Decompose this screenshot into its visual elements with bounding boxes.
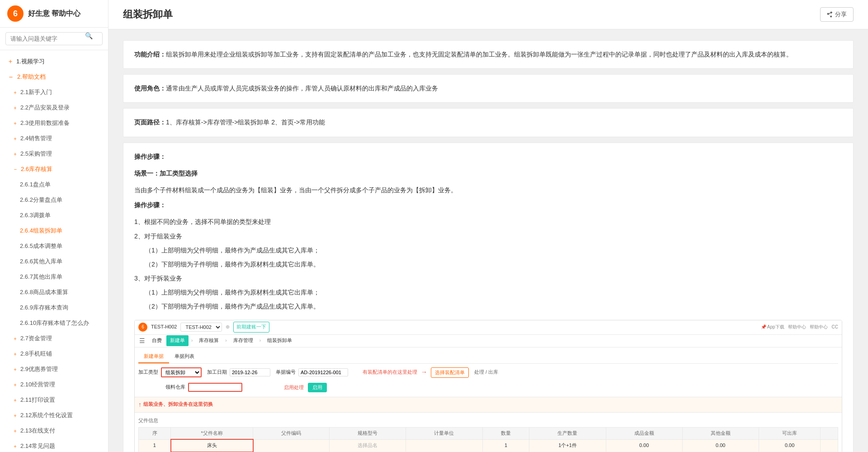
expand-icon: ＋ — [13, 428, 18, 434]
sidebar-header: 6 好生意 帮助中心 — [0, 0, 108, 28]
brand-title: 好生意 帮助中心 — [28, 9, 80, 19]
sidebar-item-docs[interactable]: － 2.帮助文档 — [0, 69, 108, 85]
app-menu-zifei[interactable]: 自费 — [148, 335, 165, 346]
sidebar-item-docs-264[interactable]: 2.6.4组装拆卸单 — [0, 223, 108, 238]
sidebar-item-docs-213[interactable]: ＋ 2.13在线支付 — [0, 423, 108, 438]
col-parent-code: 父件编码 — [253, 427, 330, 439]
app-bill-label: 单据编号 — [276, 368, 296, 377]
sidebar-item-docs-21[interactable]: ＋ 2.1新手入门 — [0, 85, 108, 100]
app-menu-new[interactable]: 新建单 — [166, 335, 189, 346]
annotation3-text: 启用处理 — [284, 385, 304, 390]
sidebar-item-docs-211[interactable]: ＋ 2.11打印设置 — [0, 392, 108, 408]
annotation2-text: 组装业务、拆卸业务在这里切换 — [143, 400, 213, 409]
ops-steps-label: 操作步骤： — [134, 200, 842, 211]
app-menu-inventory[interactable]: 库存核算 — [195, 335, 222, 346]
path-label: 页面路径： — [134, 119, 166, 126]
sidebar-item-docs-25[interactable]: ＋ 2.5采购管理 — [0, 146, 108, 162]
cell-other-amt: 0.00 — [682, 439, 759, 452]
sidebar-item-docs-210[interactable]: ＋ 2.10经营管理 — [0, 377, 108, 392]
col-seq: 序 — [139, 427, 171, 439]
col-prod-qty: 生产数量 — [529, 427, 606, 439]
cell-parent-code — [253, 439, 330, 452]
sidebar-item-docs-212[interactable]: ＋ 2.12系统个性化设置 — [0, 408, 108, 423]
expand-icon: ＋ — [13, 412, 18, 419]
sidebar-item-docs-263[interactable]: 2.6.3调拨单 — [0, 208, 108, 223]
sidebar-item-docs-23[interactable]: ＋ 2.3使用前数据准备 — [0, 115, 108, 131]
sidebar-item-docs-214[interactable]: ＋ 2.14常见问题 — [0, 438, 108, 452]
scene1-desc: 当由多个子件材料组装成一个成品的业务为【组装】业务，当由一个父件拆分成多个子产品… — [134, 185, 842, 196]
app-company: TEST-H002 — [151, 323, 177, 332]
feature-intro-label: 功能介绍： — [134, 51, 166, 58]
sidebar-item-docs-22[interactable]: ＋ 2.2产品安装及登录 — [0, 100, 108, 115]
sidebar-item-docs-265[interactable]: 2.6.5成本调整单 — [0, 238, 108, 254]
annotation1-text: 有装配清单的在这里处理 — [363, 368, 417, 377]
share-button[interactable]: 分享 — [820, 7, 854, 22]
app-field-date: 加工日期 — [207, 368, 270, 377]
app-logo: 6 — [138, 323, 147, 332]
app-icons: 📌 App下载 帮助中心 帮助中心 CC — [761, 323, 838, 331]
app-tab-new[interactable]: 新建单据 — [138, 350, 169, 364]
app-nav-icon[interactable]: ☰ — [137, 335, 147, 347]
app-upper-table-section: 父件信息 序 *父件名称 父件编码 规格型号 计量单位 数量 — [135, 413, 842, 452]
app-bom-section: 有装配清单的在这里处理 → 选择装配清单 处理 / 出库 — [363, 366, 498, 378]
path-text: 1、库存核算->库存管理->组装拆卸单 2、首页->常用功能 — [166, 119, 325, 126]
sidebar-item-docs-28[interactable]: ＋ 2.8手机旺铺 — [0, 346, 108, 362]
ops-label: 操作步骤： — [134, 151, 842, 162]
app-breadcrumb-sep: › — [191, 337, 193, 345]
expand-icon: ＋ — [13, 335, 18, 342]
search-icon[interactable]: 🔍 — [85, 32, 93, 39]
sidebar-item-docs-268[interactable]: 2.6.8商品成本重算 — [0, 285, 108, 300]
app-tab-list[interactable]: 单据列表 — [169, 350, 200, 364]
app-topbar: 6 TEST-H002 TEST-H002 ⊕ 前期建账一下 📌 App下载 帮… — [135, 320, 842, 335]
app-menu-assembly[interactable]: 组装拆卸单 — [264, 335, 296, 346]
annotation2-arrow: ↑ — [138, 399, 142, 410]
app-upper-table: 序 *父件名称 父件编码 规格型号 计量单位 数量 生产数量 成品金额 其他金额 — [138, 427, 838, 452]
app-date-input[interactable] — [230, 368, 270, 376]
app-warehouse-input[interactable] — [188, 383, 242, 392]
cell-spec: 选择品名 — [330, 439, 406, 452]
app-doc-btn[interactable]: 前期建账一下 — [233, 322, 269, 333]
col-unit: 计量单位 — [406, 427, 482, 439]
expand-icon: ＋ — [13, 89, 18, 96]
app-enable-btn[interactable]: 启用 — [308, 383, 327, 392]
expand-icon: ＋ — [13, 135, 18, 142]
cell-prod-qty: 1个+1件 — [529, 439, 606, 452]
sidebar-item-docs-2610[interactable]: 2.6.10库存账本错了怎么办 — [0, 315, 108, 331]
step2: 2、对于组装业务 — [134, 231, 842, 242]
sidebar-item-docs-26[interactable]: － 2.6库存核算 — [0, 162, 108, 177]
sidebar-item-video[interactable]: ＋ 1.视频学习 — [0, 54, 108, 69]
expand-icon: ＋ — [13, 351, 18, 357]
nav-list: ＋ 1.视频学习 － 2.帮助文档 ＋ 2.1新手入门 ＋ 2.2产品安装及登录… — [0, 50, 108, 452]
expand-icon: ＋ — [13, 120, 18, 127]
app-bom-btn[interactable]: 选择装配清单 — [431, 367, 469, 378]
app-icon-row: 📌 App下载 帮助中心 帮助中心 CC — [761, 323, 838, 331]
table-row: 1 床头 选择品名 1 1个+1件 0.00 0.00 0.00 — [139, 439, 838, 452]
col-qty: 数量 — [482, 427, 529, 439]
sidebar-item-docs-24[interactable]: ＋ 2.4销售管理 — [0, 131, 108, 146]
sidebar-item-docs-269[interactable]: 2.6.9库存账本查询 — [0, 300, 108, 315]
sidebar-item-docs-267[interactable]: 2.6.7其他出库单 — [0, 269, 108, 285]
sidebar-item-docs-27[interactable]: ＋ 2.7资金管理 — [0, 331, 108, 346]
sidebar-item-docs-262[interactable]: 2.6.2分量盘点单 — [0, 192, 108, 208]
app-company-dropdown[interactable]: TEST-H002 — [180, 323, 222, 332]
sidebar-item-docs-29[interactable]: ＋ 2.9优惠券管理 — [0, 362, 108, 377]
cell-parent-name[interactable]: 床头 — [171, 439, 253, 452]
sidebar-item-docs-266[interactable]: 2.6.6其他入库单 — [0, 254, 108, 269]
app-breadcrumb-sep3: › — [259, 337, 261, 345]
page-title: 组装拆卸单 — [123, 8, 173, 21]
app-breadcrumb-sep2: › — [225, 337, 226, 345]
cell-unit — [406, 439, 482, 452]
col-parent-name: *父件名称 — [171, 427, 253, 439]
scene1-label: 场景一：加工类型选择 — [134, 168, 842, 179]
app-menu-stock-mgmt[interactable]: 库存管理 — [230, 335, 257, 346]
col-ops — [821, 427, 838, 439]
app-bill-input[interactable] — [298, 368, 348, 376]
app-type-select[interactable]: 组装拆卸 — [161, 367, 202, 377]
search-box: 🔍 — [0, 28, 108, 50]
step1: 1、根据不同的业务，选择不同单据的类型来处理 — [134, 216, 842, 228]
col-spec: 规格型号 — [330, 427, 406, 439]
col-other-amt: 其他金额 — [682, 427, 759, 439]
sidebar-item-docs-261[interactable]: 2.6.1盘点单 — [0, 177, 108, 192]
expand-icon: ＋ — [13, 381, 18, 388]
app-form-row1: 加工类型 组装拆卸 加工日期 单据编号 — [138, 364, 838, 381]
